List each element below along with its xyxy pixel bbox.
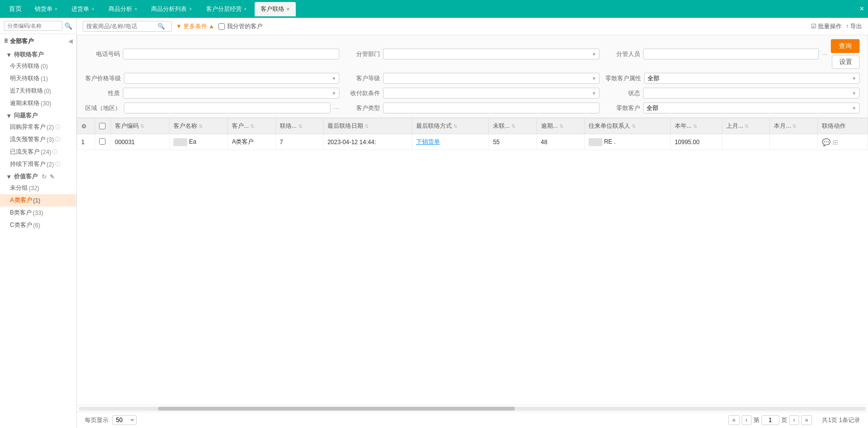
sidebar-search-icon[interactable]: 🔍: [64, 22, 72, 30]
th-this-year[interactable]: 本年...⇅: [670, 118, 722, 134]
filter-select-dept[interactable]: [383, 49, 599, 59]
sidebar-item-class-a[interactable]: A类客户 (1): [0, 194, 76, 207]
batch-op-btn[interactable]: ☑ 批量操作: [811, 22, 842, 31]
cell-checkbox[interactable]: [95, 134, 111, 150]
th-checkbox[interactable]: [95, 118, 111, 134]
filter-dots-region[interactable]: ···: [333, 104, 339, 112]
sidebar-item-class-c[interactable]: C类客户 (6): [0, 219, 76, 231]
nav-tab-customer-contact[interactable]: 客户联络 ×: [255, 2, 295, 16]
page-size-select[interactable]: 50 20 100 200: [112, 415, 137, 425]
sidebar-search-input[interactable]: [4, 21, 62, 31]
nav-tab-sales[interactable]: 销货单 ×: [29, 2, 63, 16]
first-page-btn[interactable]: «: [728, 415, 740, 425]
th-name[interactable]: 客户名称⇅: [169, 118, 228, 134]
sidebar-all-customers[interactable]: ⠿ 全部客户 ◀: [0, 34, 76, 49]
sidebar-item-today[interactable]: 今天待联络 (0): [0, 60, 76, 72]
th-type[interactable]: 客户...⇅: [228, 118, 275, 134]
sidebar-item-churned[interactable]: 已流失客户 (24) ⓘ: [0, 146, 76, 158]
filter-row-payment: 收付款条件 ▼: [345, 88, 599, 99]
page-input[interactable]: [761, 415, 779, 425]
value-group-refresh-icon[interactable]: ↻: [42, 173, 47, 180]
th-last-month[interactable]: 上月...⇅: [722, 118, 770, 134]
filter-select-payment[interactable]: [383, 88, 599, 99]
query-button[interactable]: 查询: [831, 39, 860, 53]
close-sales-tab[interactable]: ×: [54, 6, 57, 12]
th-code[interactable]: 客户编码⇅: [111, 118, 169, 134]
top-nav-close-btn[interactable]: ×: [860, 4, 864, 13]
nav-tab-customer-layers[interactable]: 客户分层经营 ×: [200, 2, 253, 16]
filter-search-input[interactable]: [86, 23, 156, 30]
grid-icon[interactable]: ⊞: [832, 138, 838, 146]
th-actions: 联络动作: [817, 118, 868, 134]
filter-more-btn[interactable]: ▼ 更多条件 ▲: [176, 22, 215, 31]
th-settings[interactable]: ⚙: [77, 118, 95, 134]
cell-index: 1: [77, 134, 95, 150]
close-customer-contact-tab[interactable]: ×: [286, 6, 289, 12]
sidebar-item-tomorrow[interactable]: 明天待联络 (1): [0, 72, 76, 85]
nav-tab-home[interactable]: 首页: [4, 1, 27, 16]
filter-row-status: 状态 ▼: [605, 88, 860, 99]
sidebar-item-churn-warning[interactable]: 流失预警客户 (3) ⓘ: [0, 133, 76, 146]
filter-select-nature[interactable]: [123, 88, 339, 99]
filter-select-status[interactable]: [643, 88, 860, 99]
nav-tab-goods-analysis[interactable]: 商品分析 ×: [103, 2, 143, 16]
sidebar-item-7days[interactable]: 近7天待联络 (0): [0, 85, 76, 97]
sidebar-group-value[interactable]: ▼ 价值客户 ↻ ✎: [0, 170, 76, 182]
scrollbar-track[interactable]: [79, 407, 866, 411]
last-page-btn[interactable]: »: [801, 415, 813, 425]
table-select-all-checkbox[interactable]: [99, 123, 106, 129]
cell-last-method[interactable]: 下销货单: [412, 134, 488, 150]
filter-select-scatter-customer[interactable]: 全部: [643, 103, 860, 113]
th-company-contact[interactable]: 往来单位联系人⇅: [584, 118, 670, 134]
th-contacts[interactable]: 联络...⇅: [275, 118, 323, 134]
filter-input-manager[interactable]: [643, 49, 819, 59]
content-area: 🔍 ▼ 更多条件 ▲ 我分管的客户 ☑ 批量操作 ↑ 导出: [77, 18, 868, 428]
sidebar-item-declining[interactable]: 持续下滑客户 (2) ⓘ: [0, 158, 76, 170]
sidebar-group-problem[interactable]: ▼ 问题客户: [0, 109, 76, 121]
nav-tab-purchase[interactable]: 进货单 ×: [65, 2, 100, 16]
sidebar-collapse-btn[interactable]: ◀: [68, 38, 72, 45]
th-last-method[interactable]: 最后联络方式⇅: [412, 118, 488, 134]
close-purchase-tab[interactable]: ×: [91, 6, 94, 12]
filter-row-customer-type: 客户类型: [345, 103, 599, 113]
sidebar-search-area: 🔍: [0, 18, 76, 34]
close-customer-layers-tab[interactable]: ×: [244, 6, 247, 12]
my-customers-checkbox[interactable]: [218, 23, 225, 30]
total-label: 共1页 1条记录: [822, 416, 860, 425]
my-customers-checkbox-label[interactable]: 我分管的客户: [218, 22, 263, 31]
th-overdue[interactable]: 逾期...⇅: [537, 118, 584, 134]
next-page-btn[interactable]: ›: [789, 415, 799, 425]
sidebar-group-pending[interactable]: ▼ 待联络客户: [0, 49, 76, 60]
row-checkbox[interactable]: [99, 138, 106, 145]
close-goods-analysis-tab[interactable]: ×: [134, 6, 137, 12]
export-btn[interactable]: ↑ 导出: [846, 22, 862, 31]
value-group-edit-icon[interactable]: ✎: [50, 173, 54, 180]
advanced-filter-panel: 电话号码 分管部门 ▼ 分管人员 ··· 查询 设置: [77, 35, 868, 118]
scrollbar-thumb[interactable]: [158, 407, 515, 411]
chat-icon[interactable]: 💬: [822, 138, 830, 146]
filter-input-customer-type[interactable]: [383, 103, 599, 113]
sidebar-item-ungroups[interactable]: 未分组 (32): [0, 182, 76, 194]
close-goods-list-tab[interactable]: ×: [189, 6, 192, 12]
last-method-link[interactable]: 下销货单: [416, 138, 440, 145]
sidebar-item-class-b[interactable]: B类客户 (33): [0, 207, 76, 219]
table-footer: 每页显示 50 20 100 200 « ‹ 第 页 › » 共1页 1条记录: [77, 412, 868, 428]
filter-select-scatter-attr[interactable]: 全部: [644, 73, 860, 84]
filter-input-region[interactable]: [124, 103, 330, 113]
cell-this-month: [770, 134, 817, 150]
sidebar-item-repurchase-abnormal[interactable]: 回购异常客户 (2) ⓘ: [0, 121, 76, 133]
th-uncontacted[interactable]: 未联...⇅: [489, 118, 537, 134]
sort-icon-this-month: ⇅: [792, 123, 796, 129]
prev-page-btn[interactable]: ‹: [742, 415, 752, 425]
sidebar-item-overdue[interactable]: 逾期未联络 (30): [0, 97, 76, 109]
th-last-date[interactable]: 最后联络日期⇅: [323, 118, 412, 134]
settings-button[interactable]: 设置: [832, 55, 860, 69]
filter-select-price[interactable]: [124, 73, 339, 84]
horizontal-scrollbar[interactable]: [77, 405, 868, 412]
filter-dots-manager[interactable]: ···: [822, 50, 828, 58]
filter-input-phone[interactable]: [123, 49, 339, 59]
filter-search-icon[interactable]: 🔍: [158, 23, 165, 30]
nav-tab-goods-list[interactable]: 商品分析列表 ×: [145, 2, 198, 16]
filter-select-customer-level[interactable]: [383, 73, 599, 84]
th-this-month[interactable]: 本月...⇅: [770, 118, 817, 134]
